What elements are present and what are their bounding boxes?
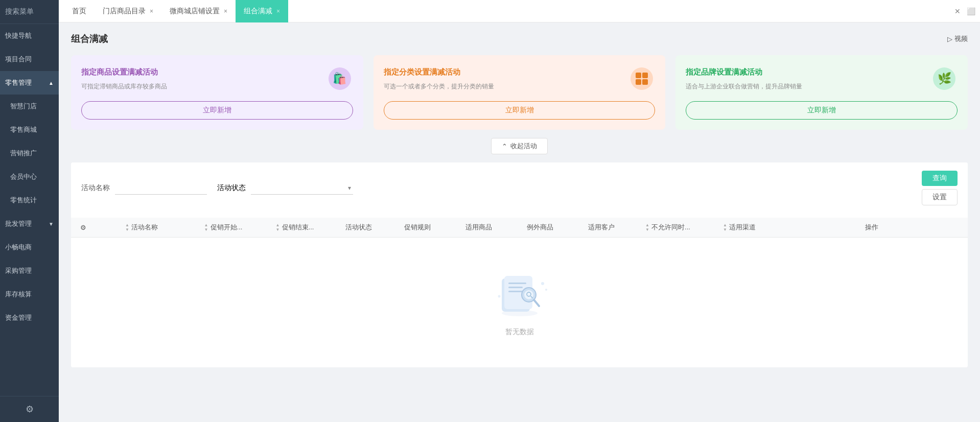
- col-header-goods: 适用商品: [448, 223, 509, 232]
- col-header-notallow[interactable]: ▲▼ 不允许同时...: [632, 223, 704, 232]
- sidebar-item-smart-store[interactable]: 智慧门店: [0, 95, 59, 118]
- col-header-rule: 促销规则: [387, 223, 448, 232]
- collapse-activities-btn[interactable]: ⌃ 收起活动: [491, 138, 548, 154]
- card-category-desc: 可选一个或者多个分类，提升分类的销量: [384, 82, 656, 91]
- col-header-name[interactable]: ▲▼ 活动名称: [96, 223, 188, 232]
- sidebar-item-label: 会员中心: [10, 172, 37, 181]
- activity-name-input[interactable]: [115, 182, 207, 195]
- sidebar-item-marketing[interactable]: 营销推广: [0, 142, 59, 165]
- gear-icon: ⚙: [80, 224, 86, 231]
- table-section: ⚙ ▲▼ 活动名称 ▲▼ 促销开始... ▲▼ 促销结束...: [71, 218, 968, 367]
- tabbar: 首页 门店商品目录 × 微商城店铺设置 × 组合满减 × ✕ ⬜: [59, 0, 980, 22]
- svg-rect-0: [636, 73, 641, 78]
- sidebar-item-xiaochang-ec[interactable]: 小畅电商: [0, 236, 59, 259]
- page-header: 组合满减 ▷ 视频: [71, 33, 968, 45]
- svg-point-17: [498, 295, 500, 298]
- col-except-label: 例外商品: [527, 223, 553, 232]
- svg-point-16: [545, 289, 547, 291]
- col-goods-label: 适用商品: [465, 223, 492, 232]
- tab-home-label: 首页: [72, 7, 86, 16]
- window-controls: ✕ ⬜: [953, 7, 975, 15]
- sidebar-item-purchase-mgmt[interactable]: 采购管理: [0, 259, 59, 283]
- sidebar-search[interactable]: 搜索菜单: [0, 0, 59, 24]
- tab-combo-discount-close[interactable]: ×: [276, 8, 280, 15]
- card-brand-title: 指定品牌设置满减活动: [686, 67, 958, 77]
- col-header-end[interactable]: ▲▼ 促销结束...: [259, 223, 331, 232]
- col-action-label: 操作: [865, 223, 878, 232]
- tab-mini-store[interactable]: 微商城店铺设置 ×: [161, 0, 236, 22]
- activity-status-select[interactable]: [251, 182, 353, 195]
- video-link[interactable]: ▷ 视频: [947, 34, 968, 43]
- col-end-label: 促销结束...: [282, 223, 314, 232]
- svg-rect-2: [636, 79, 641, 85]
- sidebar-item-retail-stats[interactable]: 零售统计: [0, 189, 59, 212]
- sidebar-item-project-contract[interactable]: 项目合同: [0, 48, 59, 71]
- col-header-channel[interactable]: ▲▼ 适用渠道: [704, 223, 775, 232]
- col-header-status: 活动状态: [331, 223, 387, 232]
- sidebar-item-label: 零售统计: [10, 196, 37, 205]
- sidebar-item-retail-mgmt[interactable]: 零售管理 ▲: [0, 71, 59, 95]
- col-header-start[interactable]: ▲▼ 促销开始...: [188, 223, 259, 232]
- col-name-label: 活动名称: [131, 223, 158, 232]
- sidebar-bottom: ⚙: [0, 396, 59, 422]
- sidebar-item-quick-nav[interactable]: 快捷导航: [0, 24, 59, 48]
- query-button[interactable]: 查询: [922, 171, 958, 186]
- sidebar-item-label: 采购管理: [5, 266, 32, 275]
- sort-arrows-name: ▲▼: [125, 223, 129, 232]
- collapse-bar: ⌃ 收起活动: [71, 138, 968, 154]
- card-brand-desc: 适合与上游企业联合做营销，提升品牌销量: [686, 82, 958, 91]
- sidebar-item-wholesale-mgmt[interactable]: 批发管理 ▼: [0, 212, 59, 236]
- col-start-label: 促销开始...: [211, 223, 243, 232]
- activity-name-field: 活动名称: [81, 182, 207, 195]
- chevron-up-icon: ▲: [49, 80, 54, 86]
- tab-store-catalog-close[interactable]: ×: [150, 8, 153, 15]
- settings-icon[interactable]: ⚙: [26, 404, 34, 415]
- tab-store-catalog[interactable]: 门店商品目录 ×: [95, 0, 161, 22]
- tab-combo-discount[interactable]: 组合满减 ×: [236, 0, 288, 22]
- sidebar-item-retail-mall[interactable]: 零售商城: [0, 118, 59, 142]
- sidebar-item-label: 智慧门店: [10, 102, 37, 111]
- col-header-action: 操作: [775, 223, 968, 232]
- page-title: 组合满减: [71, 33, 108, 45]
- tab-home[interactable]: 首页: [64, 0, 95, 22]
- card-brand-icon: 🌿: [933, 67, 955, 90]
- sidebar: 搜索菜单 快捷导航 项目合同 零售管理 ▲ 智慧门店 零售商城 营销推广 会员中…: [0, 0, 59, 422]
- col-channel-label: 适用渠道: [729, 223, 756, 232]
- card-brand-btn[interactable]: 立即新增: [686, 101, 958, 120]
- sort-arrows-notallow: ▲▼: [645, 223, 649, 232]
- sidebar-item-label: 小畅电商: [5, 243, 32, 252]
- empty-text: 暂无数据: [505, 327, 534, 337]
- sidebar-item-fund-mgmt[interactable]: 资金管理: [0, 306, 59, 330]
- content-area: 组合满减 ▷ 视频 🛍️ 指定商品设置满减活动 可指定滞销商品或库存较多商品 立…: [59, 22, 980, 422]
- sort-arrows-start: ▲▼: [204, 223, 208, 232]
- search-and-table: 活动名称 活动状态 ▾ 查询 设置: [71, 162, 968, 367]
- card-goods-icon: 🛍️: [329, 67, 351, 90]
- sidebar-item-label: 零售管理: [5, 78, 32, 87]
- sidebar-item-label: 快捷导航: [5, 31, 32, 40]
- svg-rect-1: [642, 73, 648, 78]
- sidebar-item-stock-calc[interactable]: 库存核算: [0, 283, 59, 306]
- col-header-customer: 适用客户: [571, 223, 632, 232]
- sidebar-item-label: 零售商城: [10, 125, 37, 134]
- sidebar-item-label: 库存核算: [5, 290, 32, 299]
- activity-status-select-wrapper: ▾: [251, 182, 353, 195]
- card-category-btn[interactable]: 立即新增: [384, 101, 656, 120]
- card-goods-btn[interactable]: 立即新增: [81, 101, 353, 120]
- video-label: 视频: [954, 34, 968, 43]
- col-header-gear[interactable]: ⚙: [71, 224, 96, 231]
- card-goods: 🛍️ 指定商品设置满减活动 可指定滞销商品或库存较多商品 立即新增: [71, 55, 363, 130]
- tab-mini-store-close[interactable]: ×: [224, 8, 227, 15]
- collapse-label: 收起活动: [510, 142, 537, 151]
- sidebar-item-label: 营销推广: [10, 149, 37, 158]
- search-actions: 查询 设置: [922, 171, 958, 205]
- settings-button[interactable]: 设置: [922, 189, 958, 205]
- svg-rect-8: [508, 287, 523, 288]
- svg-rect-3: [642, 79, 648, 85]
- card-category-title: 指定分类设置满减活动: [384, 67, 656, 77]
- col-header-except: 例外商品: [509, 223, 571, 232]
- window-close-btn[interactable]: ✕: [953, 7, 962, 15]
- sidebar-item-member-center[interactable]: 会员中心: [0, 165, 59, 189]
- window-maximize-btn[interactable]: ⬜: [967, 7, 975, 15]
- search-bar: 活动名称 活动状态 ▾ 查询 设置: [71, 162, 968, 214]
- activity-name-label: 活动名称: [81, 183, 110, 193]
